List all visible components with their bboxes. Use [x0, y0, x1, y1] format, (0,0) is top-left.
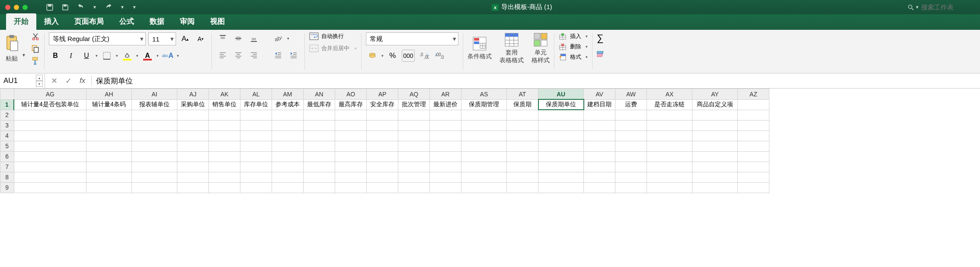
cell-AM3[interactable]: [272, 120, 304, 130]
align-bottom-icon[interactable]: [247, 32, 260, 44]
cell-AW1[interactable]: 运费: [615, 99, 647, 110]
column-header-AY[interactable]: AY: [692, 89, 738, 100]
delete-cells-button[interactable]: 删除 ▾: [559, 43, 588, 51]
comma-format-icon[interactable]: 000: [402, 50, 415, 62]
cell-AS6[interactable]: [461, 151, 507, 162]
italic-button[interactable]: I: [64, 50, 77, 62]
cell-AU8[interactable]: [538, 172, 584, 182]
cell-AT7[interactable]: [507, 162, 538, 172]
worksheet-area[interactable]: AGAHAIAJAKALAMANAOAPAQARASATAUAVAWAXAYAZ…: [0, 89, 980, 193]
row-header-2[interactable]: 2: [0, 110, 14, 120]
cell-AO8[interactable]: [335, 172, 367, 182]
cell-AV5[interactable]: [584, 141, 615, 151]
increase-decimal-icon[interactable]: .0.00: [417, 50, 430, 62]
name-box[interactable]: AU1 ▴▾: [0, 73, 45, 88]
cell-AX3[interactable]: [647, 120, 692, 130]
column-header-AK[interactable]: AK: [209, 89, 240, 100]
cell-AR9[interactable]: [430, 182, 461, 193]
name-box-stepper[interactable]: ▴▾: [36, 75, 43, 87]
cell-AJ5[interactable]: [177, 141, 209, 151]
cell-AX7[interactable]: [647, 162, 692, 172]
cell-AV1[interactable]: 建档日期: [584, 99, 615, 110]
cell-AZ3[interactable]: [738, 120, 769, 130]
cell-AM2[interactable]: [272, 110, 304, 120]
cell-AJ9[interactable]: [177, 182, 209, 193]
cell-AG6[interactable]: [14, 151, 86, 162]
cell-AK5[interactable]: [209, 141, 240, 151]
cell-AI5[interactable]: [132, 141, 177, 151]
row-header-9[interactable]: 9: [0, 182, 14, 193]
column-header-AO[interactable]: AO: [335, 89, 367, 100]
cell-AJ4[interactable]: [177, 130, 209, 141]
cell-AM8[interactable]: [272, 172, 304, 182]
cell-AP5[interactable]: [367, 141, 398, 151]
save-icon[interactable]: [61, 3, 69, 11]
cell-styles-button[interactable]: 单元 格样式: [532, 32, 550, 64]
format-painter-icon[interactable]: [31, 57, 40, 65]
align-right-icon[interactable]: [247, 49, 260, 61]
search-box[interactable]: ▾: [907, 3, 980, 11]
cell-AX6[interactable]: [647, 151, 692, 162]
cell-AQ3[interactable]: [398, 120, 430, 130]
cell-AS1[interactable]: 保质期管理: [461, 99, 507, 110]
cell-AJ7[interactable]: [177, 162, 209, 172]
row-header-1[interactable]: 1: [0, 99, 14, 110]
cell-AW9[interactable]: [615, 182, 647, 193]
cell-AO4[interactable]: [335, 130, 367, 141]
cell-AS7[interactable]: [461, 162, 507, 172]
cell-AV8[interactable]: [584, 172, 615, 182]
cell-AV2[interactable]: [584, 110, 615, 120]
cell-AI8[interactable]: [132, 172, 177, 182]
cell-AH1[interactable]: 辅计量4条码: [86, 99, 132, 110]
cell-AO5[interactable]: [335, 141, 367, 151]
cell-AL8[interactable]: [240, 172, 272, 182]
cell-AG7[interactable]: [14, 162, 86, 172]
copy-icon[interactable]: [31, 44, 40, 53]
border-icon[interactable]: [100, 50, 113, 62]
autosave-icon[interactable]: [46, 3, 54, 11]
cell-AS4[interactable]: [461, 130, 507, 141]
cell-AP8[interactable]: [367, 172, 398, 182]
cell-AN4[interactable]: [304, 130, 335, 141]
cell-AT6[interactable]: [507, 151, 538, 162]
cell-AH6[interactable]: [86, 151, 132, 162]
column-header-AT[interactable]: AT: [507, 89, 538, 100]
cell-AN8[interactable]: [304, 172, 335, 182]
column-header-AJ[interactable]: AJ: [177, 89, 209, 100]
percent-format-icon[interactable]: %: [386, 50, 399, 62]
font-name-combo[interactable]: 等线 Regular (正文)▾: [49, 32, 146, 45]
align-left-icon[interactable]: [216, 49, 229, 61]
column-header-AX[interactable]: AX: [647, 89, 692, 100]
format-as-table-button[interactable]: 套用 表格格式: [500, 32, 524, 64]
cell-AI7[interactable]: [132, 162, 177, 172]
cell-AT8[interactable]: [507, 172, 538, 182]
cell-AT3[interactable]: [507, 120, 538, 130]
column-header-AQ[interactable]: AQ: [398, 89, 430, 100]
underline-dropdown-icon[interactable]: ▾: [96, 54, 98, 58]
align-middle-icon[interactable]: [232, 32, 245, 44]
cell-AU9[interactable]: [538, 182, 584, 193]
cell-AY2[interactable]: [692, 110, 738, 120]
cell-AL7[interactable]: [240, 162, 272, 172]
cell-AH7[interactable]: [86, 162, 132, 172]
column-header-AL[interactable]: AL: [240, 89, 272, 100]
accounting-format-icon[interactable]: [366, 50, 379, 62]
cut-icon[interactable]: [31, 32, 40, 41]
tab-page-layout[interactable]: 页面布局: [67, 13, 112, 30]
cell-AM5[interactable]: [272, 141, 304, 151]
cell-AQ8[interactable]: [398, 172, 430, 182]
cell-AO2[interactable]: [335, 110, 367, 120]
cell-AT9[interactable]: [507, 182, 538, 193]
cell-AT4[interactable]: [507, 130, 538, 141]
cell-AK9[interactable]: [209, 182, 240, 193]
cell-AP4[interactable]: [367, 130, 398, 141]
cell-AY5[interactable]: [692, 141, 738, 151]
column-header-AZ[interactable]: AZ: [738, 89, 769, 100]
row-header-3[interactable]: 3: [0, 120, 14, 130]
cell-AV3[interactable]: [584, 120, 615, 130]
cell-AT2[interactable]: [507, 110, 538, 120]
font-color-dropdown-icon[interactable]: ▾: [157, 54, 159, 58]
cell-AG4[interactable]: [14, 130, 86, 141]
cell-AS9[interactable]: [461, 182, 507, 193]
wrap-text-button[interactable]: 自动换行: [309, 32, 357, 40]
